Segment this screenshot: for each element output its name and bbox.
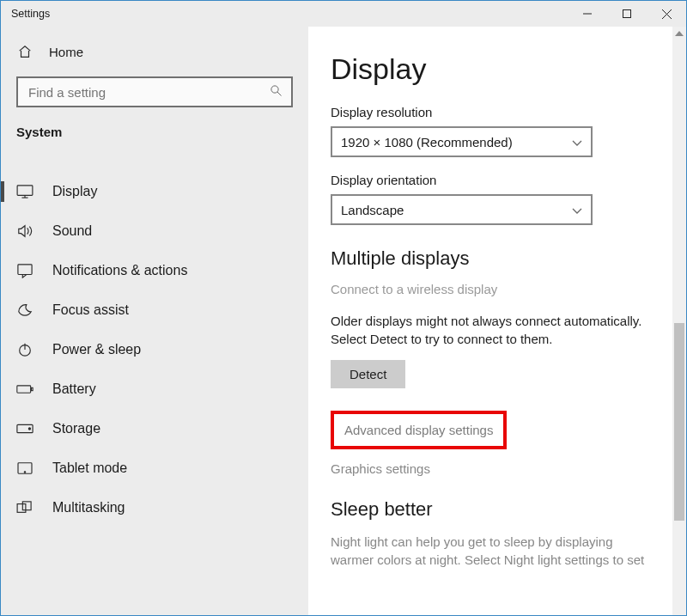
highlight-annotation: Advanced display settings bbox=[331, 411, 507, 449]
sleep-better-heading: Sleep better bbox=[331, 498, 654, 521]
sidebar-item-sound[interactable]: Sound bbox=[1, 211, 308, 251]
sidebar-item-power-sleep[interactable]: Power & sleep bbox=[1, 330, 308, 369]
night-light-description: Night light can help you get to sleep by… bbox=[331, 533, 654, 569]
notifications-icon bbox=[16, 263, 33, 278]
battery-icon bbox=[16, 383, 33, 395]
scroll-up-icon[interactable] bbox=[672, 27, 686, 40]
sidebar-item-label: Battery bbox=[52, 381, 96, 397]
sidebar-item-display[interactable]: Display bbox=[1, 172, 308, 211]
sidebar-item-label: Display bbox=[52, 184, 97, 199]
resolution-label: Display resolution bbox=[331, 105, 654, 119]
svg-rect-1 bbox=[623, 10, 631, 18]
sidebar-item-label: Multitasking bbox=[52, 500, 125, 515]
search-input[interactable] bbox=[16, 76, 293, 107]
sidebar-item-multitasking[interactable]: Multitasking bbox=[1, 488, 308, 528]
display-icon bbox=[16, 185, 33, 198]
home-icon bbox=[16, 44, 33, 59]
sidebar-item-label: Sound bbox=[52, 223, 92, 239]
minimize-button[interactable] bbox=[568, 1, 607, 27]
storage-icon bbox=[16, 423, 33, 435]
orientation-label: Display orientation bbox=[331, 173, 654, 187]
tablet-icon bbox=[16, 461, 33, 475]
sidebar-item-notifications[interactable]: Notifications & actions bbox=[1, 251, 308, 290]
graphics-settings-link[interactable]: Graphics settings bbox=[331, 461, 654, 476]
svg-rect-19 bbox=[22, 502, 31, 510]
search-icon bbox=[270, 84, 283, 100]
nav-list: Display Sound Notifications & actions bbox=[1, 151, 308, 528]
detect-description: Older displays might not always connect … bbox=[331, 312, 654, 348]
titlebar: Settings bbox=[1, 1, 686, 27]
focus-assist-icon bbox=[16, 302, 33, 318]
scrollbar[interactable] bbox=[672, 27, 686, 615]
sidebar-item-tablet-mode[interactable]: Tablet mode bbox=[1, 448, 308, 488]
sidebar-item-focus-assist[interactable]: Focus assist bbox=[1, 290, 308, 330]
home-label: Home bbox=[49, 45, 83, 59]
svg-line-5 bbox=[277, 92, 282, 96]
sidebar-item-label: Notifications & actions bbox=[52, 263, 187, 278]
sidebar-item-battery[interactable]: Battery bbox=[1, 369, 308, 409]
svg-point-17 bbox=[24, 472, 25, 473]
svg-rect-18 bbox=[17, 504, 26, 513]
svg-rect-13 bbox=[32, 387, 33, 390]
section-heading: System bbox=[1, 123, 308, 151]
power-icon bbox=[16, 342, 33, 357]
sidebar: Home System Displ bbox=[1, 27, 308, 615]
svg-rect-12 bbox=[17, 386, 31, 393]
sidebar-item-label: Tablet mode bbox=[52, 460, 127, 476]
svg-rect-9 bbox=[18, 265, 32, 275]
svg-point-15 bbox=[28, 428, 30, 430]
chevron-down-icon bbox=[572, 135, 582, 149]
sidebar-item-storage[interactable]: Storage bbox=[1, 409, 308, 448]
chevron-down-icon bbox=[572, 203, 582, 217]
window-title: Settings bbox=[1, 8, 50, 20]
sound-icon bbox=[16, 223, 33, 239]
detect-button[interactable]: Detect bbox=[331, 360, 405, 388]
advanced-display-link[interactable]: Advanced display settings bbox=[344, 423, 493, 437]
home-item[interactable]: Home bbox=[1, 34, 308, 70]
scroll-thumb[interactable] bbox=[674, 323, 684, 521]
settings-window: Settings Home bbox=[0, 0, 687, 616]
multitasking-icon bbox=[16, 501, 33, 515]
sidebar-item-label: Power & sleep bbox=[52, 342, 141, 357]
multiple-displays-heading: Multiple displays bbox=[331, 247, 654, 270]
main-content: Display Display resolution 1920 × 1080 (… bbox=[308, 27, 672, 615]
window-controls bbox=[568, 1, 686, 27]
close-button[interactable] bbox=[647, 1, 686, 27]
resolution-dropdown[interactable]: 1920 × 1080 (Recommended) bbox=[331, 126, 593, 157]
sidebar-item-label: Focus assist bbox=[52, 302, 129, 318]
svg-rect-6 bbox=[17, 186, 33, 196]
orientation-value: Landscape bbox=[341, 203, 404, 217]
sidebar-item-label: Storage bbox=[52, 421, 100, 436]
svg-point-4 bbox=[271, 86, 278, 93]
resolution-value: 1920 × 1080 (Recommended) bbox=[341, 135, 513, 149]
wireless-display-link[interactable]: Connect to a wireless display bbox=[331, 282, 654, 296]
page-title: Display bbox=[331, 52, 654, 86]
orientation-dropdown[interactable]: Landscape bbox=[331, 194, 593, 225]
maximize-button[interactable] bbox=[607, 1, 647, 27]
search-field[interactable] bbox=[27, 84, 270, 101]
